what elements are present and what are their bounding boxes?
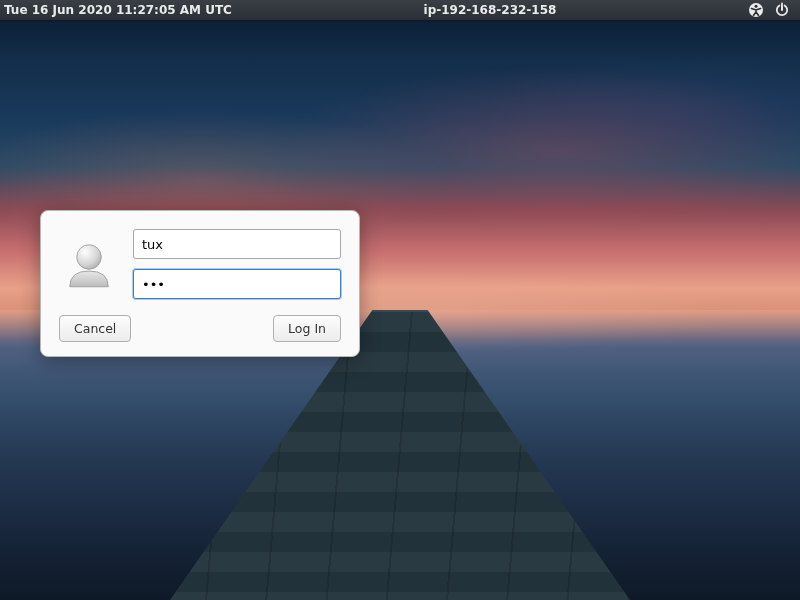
top-panel: Tue 16 Jun 2020 11:27:05 AM UTC ip-192-1… [0, 0, 800, 20]
power-icon[interactable] [774, 2, 790, 18]
login-button[interactable]: Log In [273, 315, 341, 342]
password-input[interactable] [133, 269, 341, 299]
accessibility-icon[interactable] [748, 2, 764, 18]
user-avatar-icon [59, 234, 119, 294]
svg-point-6 [77, 245, 102, 270]
login-button-row: Cancel Log In [59, 315, 341, 342]
login-top-row [59, 229, 341, 299]
login-fields [133, 229, 341, 299]
desktop-background: Tue 16 Jun 2020 11:27:05 AM UTC ip-192-1… [0, 0, 800, 600]
username-input[interactable] [133, 229, 341, 259]
panel-clock[interactable]: Tue 16 Jun 2020 11:27:05 AM UTC [4, 3, 232, 17]
cancel-button[interactable]: Cancel [59, 315, 131, 342]
login-dialog: Cancel Log In [40, 210, 360, 357]
panel-right-group [748, 2, 796, 18]
panel-hostname: ip-192-168-232-158 [232, 3, 748, 17]
svg-point-1 [755, 5, 758, 8]
